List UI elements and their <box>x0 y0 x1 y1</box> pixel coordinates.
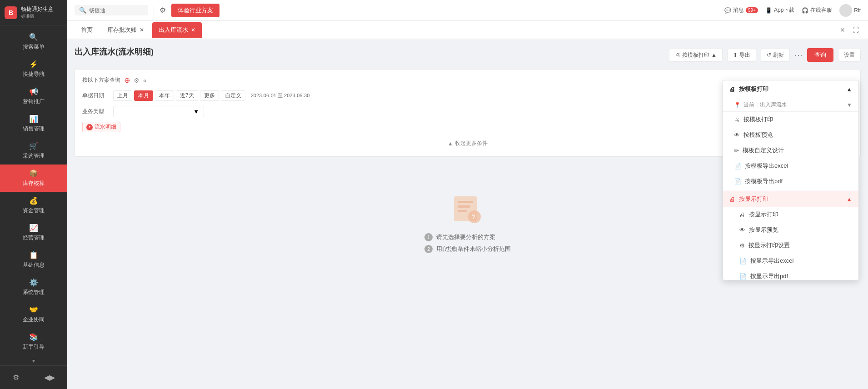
sidebar-item-purchase[interactable]: 🛒 采购管理 <box>0 137 67 165</box>
sidebar-item-operations-label: 经营管理 <box>23 234 45 242</box>
display-preview-item[interactable]: 👁 按显示预览 <box>723 222 858 238</box>
sidebar-item-marketing[interactable]: 📢 营销推广 <box>0 83 67 110</box>
user-avatar-area[interactable]: Rit <box>839 4 861 17</box>
settings-bottom-btn[interactable]: ⚙ <box>10 370 22 384</box>
sidebar-item-system[interactable]: ⚙️ 系统管理 <box>0 274 67 301</box>
search-input[interactable] <box>89 7 144 14</box>
current-icon: 📍 <box>734 102 741 108</box>
trial-btn[interactable]: 体验行业方案 <box>171 4 219 17</box>
query-btn[interactable]: 查询 <box>807 48 833 62</box>
collapse-btn[interactable]: ◀▶ <box>41 370 58 384</box>
template-print-item[interactable]: 🖨 按模板打印 <box>723 112 858 127</box>
prev-month-btn[interactable]: 上月 <box>113 90 132 101</box>
topbar-search-box[interactable]: 🔍 <box>75 5 148 15</box>
sidebar-item-system-label: 系统管理 <box>23 289 45 296</box>
template-preview-dropdown-label: 按模板预览 <box>743 131 773 139</box>
display-print-inner: 🖨 按显示打印 <box>739 210 778 219</box>
sidebar-item-purchase-label: 采购管理 <box>23 152 45 160</box>
template-excel-inner: 📄 按模板导出excel <box>734 162 788 170</box>
last-7-btn[interactable]: 近7天 <box>176 90 198 101</box>
template-print-label: 按模板打印 <box>682 51 709 59</box>
sidebar-item-sales[interactable]: 📊 销售管理 <box>0 110 67 137</box>
operations-icon: 📈 <box>29 224 38 232</box>
svg-text:?: ? <box>472 213 475 220</box>
display-print-settings-item[interactable]: ⚙ 按显示打印设置 <box>723 238 858 253</box>
sidebar-bottom: ⚙ ◀▶ <box>0 365 67 389</box>
tab-batch[interactable]: 库存批次账 ✕ <box>101 22 150 38</box>
marketing-icon: 📢 <box>29 87 38 96</box>
display-settings-icon: ⚙ <box>739 242 745 249</box>
step-1-text: 请先选择要分析的方案 <box>436 233 495 241</box>
display-print-header[interactable]: 🖨 按显示打印 ▲ <box>723 191 858 207</box>
template-print-btn[interactable]: 🖨 按模板打印 ▲ <box>669 49 723 62</box>
collapse-label: 收起更多条件 <box>455 140 488 147</box>
sidebar-item-inventory[interactable]: 📦 库存核算 <box>0 165 67 192</box>
app-download-label: App下载 <box>774 6 794 14</box>
tab-flow-close[interactable]: ✕ <box>191 27 195 33</box>
basic-icon: 📋 <box>29 251 38 259</box>
display-pdf-icon: 📄 <box>739 273 747 280</box>
svg-rect-1 <box>458 201 473 203</box>
date-range-display: 2023-06-01 至 2023-06-30 <box>251 92 310 99</box>
current-indicator: 📍 当前：出入库流水 ▼ <box>723 98 858 112</box>
tab-close-all-btn[interactable]: ✕ <box>838 25 847 35</box>
sidebar-scroll-down[interactable]: ▼ <box>0 357 67 365</box>
settings-btn[interactable]: 设置 <box>838 49 861 62</box>
tab-flow[interactable]: 出入库流水 ✕ <box>152 22 202 38</box>
filter-add-btn[interactable]: ⊕ <box>124 76 130 85</box>
display-preview-inner: 👁 按显示预览 <box>739 226 778 234</box>
sidebar-item-cooperation[interactable]: 🤝 企业协同 <box>0 301 67 328</box>
sidebar-item-quicknav[interactable]: ⚡ 快捷导航 <box>0 55 67 83</box>
refresh-btn[interactable]: ↺ 刷新 <box>761 49 790 62</box>
custom-date-btn[interactable]: 自定义 <box>221 90 245 101</box>
display-print-icon: 🖨 <box>739 211 745 218</box>
sidebar-item-search-label: 搜索菜单 <box>23 43 45 51</box>
tab-home[interactable]: 首页 <box>75 22 99 38</box>
message-badge: 99+ <box>746 7 758 13</box>
page-title: 出入库流水(流水明细) <box>75 46 154 57</box>
filter-gear-btn[interactable]: ⚙ <box>134 77 140 84</box>
this-year-btn[interactable]: 本年 <box>155 90 174 101</box>
display-print-item[interactable]: 🖨 按显示打印 <box>723 207 858 222</box>
dropdown-panel: 🖨 按模板打印 ▲ 📍 当前：出入库流水 ▼ 🖨 <box>723 80 859 280</box>
template-preview-item[interactable]: 👁 按模板预览 <box>723 127 858 143</box>
template-excel-item[interactable]: 📄 按模板导出excel <box>723 158 858 174</box>
more-date-btn[interactable]: 更多 <box>200 90 219 101</box>
export-btn[interactable]: ⬆ 导出 <box>727 49 756 62</box>
this-month-btn[interactable]: 本月 <box>134 90 153 101</box>
doc-tag: ✦ 流水明细 <box>82 122 120 132</box>
tab-expand-btn[interactable]: ⛶ <box>851 25 861 35</box>
sidebar-item-guide[interactable]: 📚 新手引导 <box>0 328 67 355</box>
sales-icon: 📊 <box>29 115 38 123</box>
step-2-text: 用[过滤]条件来缩小分析范围 <box>436 245 510 253</box>
tab-home-label: 首页 <box>81 26 93 34</box>
filter-collapse-btn[interactable]: « <box>143 77 147 84</box>
template-custom-item[interactable]: ✏ 模板自定义设计 <box>723 143 858 158</box>
business-type-select[interactable]: ▼ <box>113 106 204 117</box>
sidebar-item-search[interactable]: 🔍 搜索菜单 <box>0 28 67 55</box>
sidebar-item-basic[interactable]: 📋 基础信息 <box>0 246 67 274</box>
empty-step-2: 2 用[过滤]条件来缩小分析范围 <box>424 245 510 253</box>
display-excel-item[interactable]: 📄 按显示导出excel <box>723 253 858 269</box>
template-pdf-item[interactable]: 📄 按模板导出pdf <box>723 174 858 189</box>
more-options-icon[interactable]: ⋯ <box>794 50 803 60</box>
tab-batch-close[interactable]: ✕ <box>140 27 144 33</box>
page-content: 出入库流水(流水明细) 🖨 按模板打印 ▲ ⬆ 导出 ↺ 刷新 ⋯ 查询 设置 <box>67 39 868 389</box>
sidebar-item-finance[interactable]: 💰 资金管理 <box>0 192 67 219</box>
template-print-dropdown-icon: 🖨 <box>734 116 740 123</box>
export-icon: ⬆ <box>733 52 738 58</box>
empty-icon: ? <box>449 190 486 226</box>
dropdown-collapse-icon[interactable]: ▲ <box>846 86 852 93</box>
display-pdf-item[interactable]: 📄 按显示导出pdf <box>723 269 858 280</box>
topbar-right: 💬 消息 99+ 📱 App下载 🎧 在线客服 Rit <box>724 4 861 17</box>
sidebar-item-cooperation-label: 企业协同 <box>23 316 45 324</box>
app-download-btn[interactable]: 📱 App下载 <box>765 6 794 14</box>
online-service-btn[interactable]: 🎧 在线客服 <box>802 6 832 14</box>
empty-steps: 1 请先选择要分析的方案 2 用[过滤]条件来缩小分析范围 <box>424 233 510 257</box>
sidebar-item-operations[interactable]: 📈 经营管理 <box>0 219 67 246</box>
current-chevron[interactable]: ▼ <box>847 102 852 108</box>
message-btn[interactable]: 💬 消息 99+ <box>724 6 758 14</box>
online-service-icon: 🎧 <box>802 7 808 14</box>
display-pdf-inner: 📄 按显示导出pdf <box>739 272 788 280</box>
topbar-gear-icon[interactable]: ⚙ <box>160 6 166 15</box>
